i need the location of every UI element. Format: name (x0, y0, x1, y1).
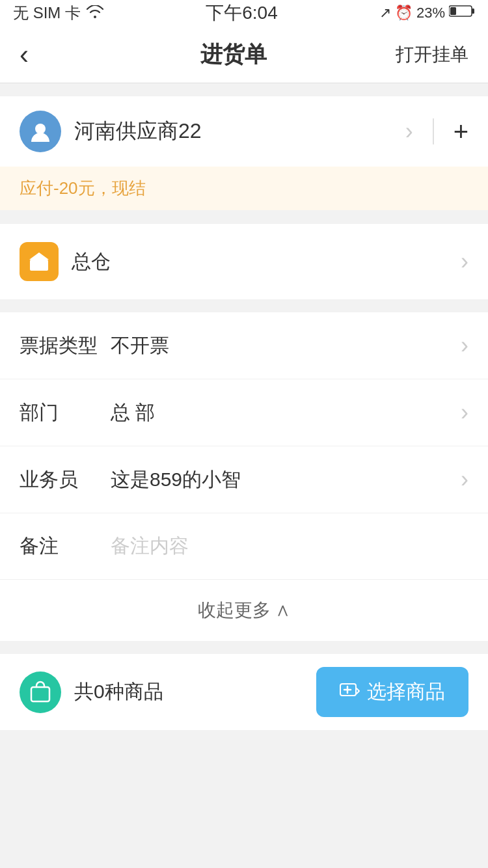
warehouse-row[interactable]: 总仓 (0, 223, 488, 299)
wifi-icon (86, 4, 104, 22)
remark-row[interactable]: 备注 备注内容 (0, 513, 488, 579)
invoice-type-row[interactable]: 票据类型 不开票 (0, 312, 488, 379)
supplier-avatar (20, 111, 61, 152)
page-title: 进货单 (200, 40, 267, 70)
back-icon: ‹ (20, 39, 29, 70)
warehouse-section: 总仓 (0, 223, 488, 299)
svg-rect-6 (31, 687, 49, 701)
remark-value: 备注内容 (111, 533, 468, 560)
svg-point-3 (35, 124, 46, 134)
supplier-row[interactable]: 河南供应商22 + (0, 96, 488, 167)
salesperson-row[interactable]: 业务员 这是859的小智 (0, 446, 488, 513)
select-product-button[interactable]: 选择商品 (316, 667, 468, 717)
invoice-type-arrow-icon (461, 332, 468, 359)
department-arrow-icon (461, 399, 468, 426)
no-sim-label: 无 SIM 卡 (13, 3, 81, 23)
product-icon-bg (20, 671, 61, 713)
salesperson-label: 业务员 (20, 467, 111, 493)
form-section: 票据类型 不开票 部门 总 部 业务员 这是859的小智 备注 备注内容 收起更… (0, 312, 488, 641)
supplier-divider (433, 118, 434, 144)
svg-rect-2 (450, 7, 456, 15)
back-button[interactable]: ‹ (20, 39, 72, 70)
warehouse-label: 总仓 (72, 249, 461, 275)
svg-rect-4 (30, 260, 48, 271)
bottom-bar: 共0种商品 选择商品 (0, 654, 488, 730)
status-bar: 无 SIM 卡 下午6:04 ↗ ⏰ 23% (0, 0, 488, 26)
salesperson-arrow-icon (461, 466, 468, 493)
select-product-label: 选择商品 (367, 679, 445, 705)
supplier-arrow-icon (405, 118, 413, 145)
invoice-type-value: 不开票 (111, 332, 461, 359)
notice-text: 应付-20元，现结 (20, 178, 146, 198)
battery-label: 23% (416, 5, 445, 21)
select-product-icon (340, 681, 360, 703)
status-bar-left: 无 SIM 卡 (13, 3, 104, 23)
supplier-section: 河南供应商22 + 应付-20元，现结 (0, 96, 488, 210)
alarm-icon: ⏰ (395, 5, 413, 21)
battery-icon (449, 5, 475, 21)
location-icon: ↗ (379, 5, 391, 21)
invoice-type-label: 票据类型 (20, 332, 111, 359)
collapse-bar[interactable]: 收起更多 ∧ (0, 579, 488, 641)
add-supplier-button[interactable]: + (454, 117, 468, 146)
department-value: 总 部 (111, 400, 461, 426)
remark-label: 备注 (20, 533, 111, 560)
collapse-label: 收起更多 ∧ (198, 598, 291, 623)
open-pending-button[interactable]: 打开挂单 (396, 42, 468, 67)
svg-marker-5 (29, 252, 49, 260)
section-gap-1 (0, 83, 488, 96)
department-row[interactable]: 部门 总 部 (0, 379, 488, 446)
notice-bar: 应付-20元，现结 (0, 167, 488, 210)
nav-bar: ‹ 进货单 打开挂单 (0, 26, 488, 83)
salesperson-value: 这是859的小智 (111, 467, 461, 493)
svg-rect-1 (472, 8, 474, 14)
warehouse-icon-bg (20, 242, 59, 281)
supplier-name: 河南供应商22 (74, 117, 405, 146)
status-bar-time: 下午6:04 (206, 1, 278, 25)
department-label: 部门 (20, 400, 111, 426)
warehouse-arrow-icon (461, 248, 468, 275)
status-bar-right: ↗ ⏰ 23% (379, 5, 475, 21)
product-count: 共0种商品 (74, 679, 303, 705)
